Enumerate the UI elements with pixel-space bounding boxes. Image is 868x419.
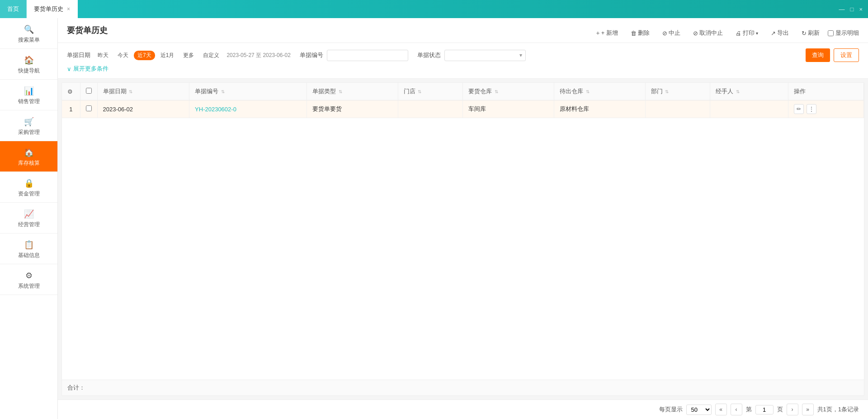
store-cell xyxy=(398,100,463,118)
tab-requisition-history[interactable]: 要货单历史 × xyxy=(27,0,78,18)
content-area: 要货单历史 ＋ + 新增 🗑 删除 ⊘ 中止 ⊘ xyxy=(58,18,868,419)
sidebar-item-label: 搜索菜单 xyxy=(18,36,40,44)
row-checkbox[interactable] xyxy=(86,105,92,111)
date-column-header[interactable]: 单据日期 ⇅ xyxy=(97,83,189,100)
sidebar-item-search[interactable]: 🔍 搜索菜单 xyxy=(0,18,57,49)
department-column-header[interactable]: 部门 ⇅ xyxy=(645,83,710,100)
first-page-button[interactable]: « xyxy=(715,404,727,415)
date-shortcut-more[interactable]: 更多 xyxy=(179,51,198,60)
window-maximize-icon[interactable]: □ xyxy=(850,6,854,13)
filter-row: 单据日期 昨天 今天 近7天 近1月 更多 自定义 2023-05-27 至 2… xyxy=(67,48,859,62)
sidebar-item-system[interactable]: ⚙ 系统管理 xyxy=(0,264,57,295)
delete-action-button[interactable]: ⋮ xyxy=(807,104,816,114)
tab-home[interactable]: 首页 xyxy=(0,0,27,18)
handler-column-header[interactable]: 经手人 ⇅ xyxy=(710,83,788,100)
doc-num-input[interactable] xyxy=(327,50,408,61)
req-warehouse-column-header[interactable]: 要货仓库 ⇅ xyxy=(463,83,554,100)
status-select[interactable] xyxy=(444,50,526,61)
print-button[interactable]: 🖨 打印 ▾ xyxy=(731,27,763,39)
print-dropdown-icon: ▾ xyxy=(756,31,758,36)
sort-icon: ⇅ xyxy=(339,89,342,94)
sort-icon: ⇅ xyxy=(586,89,590,94)
prev-page-button[interactable]: ‹ xyxy=(731,404,742,415)
pending-warehouse-column-header[interactable]: 待出仓库 ⇅ xyxy=(554,83,645,100)
sidebar-item-purchase[interactable]: 🛒 采购管理 xyxy=(0,110,57,141)
status-select-wrapper xyxy=(444,50,526,61)
sort-icon: ⇅ xyxy=(221,89,225,94)
sidebar-item-shortcut[interactable]: 🏠 快捷导航 xyxy=(0,49,57,80)
date-shortcut-today[interactable]: 今天 xyxy=(114,51,132,60)
expand-label: 展开更多条件 xyxy=(73,65,108,73)
doc-num-label: 单据编号 xyxy=(300,51,323,59)
req-warehouse-cell: 车间库 xyxy=(463,100,554,118)
sidebar-item-inventory[interactable]: 🏠 库存核算 xyxy=(0,141,57,172)
department-cell xyxy=(645,100,710,118)
table-header-row: ⚙ 单据日期 ⇅ 单据编号 ⇅ 单据类型 xyxy=(62,83,864,100)
date-shortcut-1month[interactable]: 近1月 xyxy=(157,51,178,60)
page-header: 要货单历史 ＋ + 新增 🗑 删除 ⊘ 中止 ⊘ xyxy=(58,18,868,43)
footer-total-label: 合计： xyxy=(67,384,85,391)
new-button[interactable]: ＋ + 新增 xyxy=(590,27,623,39)
table-row: 1 2023-06-02 YH-20230602-0 要货单要货 车间库 原材料… xyxy=(62,100,864,118)
cart-icon: 🛒 xyxy=(24,117,34,127)
sort-icon: ⇅ xyxy=(736,89,740,94)
date-filter-label: 单据日期 xyxy=(67,51,90,59)
page-number-input[interactable] xyxy=(755,405,774,414)
stop-icon: ⊘ xyxy=(662,30,667,37)
doc-num-column-header[interactable]: 单据编号 ⇅ xyxy=(189,83,307,100)
show-detail-checkbox[interactable] xyxy=(828,30,834,36)
data-table: ⚙ 单据日期 ⇅ 单据编号 ⇅ 单据类型 xyxy=(62,83,864,118)
date-shortcut-yesterday[interactable]: 昨天 xyxy=(94,51,112,60)
sidebar-item-sales[interactable]: 📊 销售管理 xyxy=(0,80,57,110)
sidebar-item-label: 经营管理 xyxy=(18,221,40,229)
tab-bar: 首页 要货单历史 × xyxy=(0,0,834,18)
delete-icon: 🗑 xyxy=(631,30,637,37)
sidebar-item-label: 销售管理 xyxy=(18,98,40,105)
query-button[interactable]: 查询 xyxy=(806,48,830,62)
sidebar-item-label: 快捷导航 xyxy=(18,67,40,75)
cancel-stop-button[interactable]: ⊘ 取消中止 xyxy=(689,27,727,39)
date-cell: 2023-06-02 xyxy=(97,100,189,118)
doc-type-column-header[interactable]: 单据类型 ⇅ xyxy=(307,83,398,100)
delete-button[interactable]: 🗑 删除 xyxy=(626,27,654,39)
sidebar-item-label: 系统管理 xyxy=(18,282,40,290)
export-button[interactable]: ↗ 导出 xyxy=(766,27,793,39)
sidebar-item-label: 资金管理 xyxy=(18,190,40,198)
refresh-icon: ↻ xyxy=(802,30,807,37)
last-page-button[interactable]: » xyxy=(802,404,814,415)
edit-action-button[interactable]: ✏ xyxy=(794,104,804,114)
sidebar-item-operations[interactable]: 📈 经营管理 xyxy=(0,203,57,233)
status-label: 单据状态 xyxy=(417,51,441,59)
tab-close-icon[interactable]: × xyxy=(67,6,70,12)
window-close-icon[interactable]: × xyxy=(859,6,863,13)
expand-more[interactable]: ∨ 展开更多条件 xyxy=(67,65,859,73)
doc-type-cell: 要货单要货 xyxy=(307,100,398,118)
export-icon: ↗ xyxy=(771,30,776,37)
row-checkbox-cell xyxy=(80,100,97,118)
toolbar: ＋ + 新增 🗑 删除 ⊘ 中止 ⊘ 取消中止 xyxy=(590,24,859,43)
stop-button[interactable]: ⊘ 中止 xyxy=(658,27,685,39)
sidebar-item-basic[interactable]: 📋 基础信息 xyxy=(0,233,57,264)
filter-actions: 查询 设置 xyxy=(806,48,859,62)
select-all-checkbox[interactable] xyxy=(86,88,92,94)
sidebar-item-finance[interactable]: 🔒 资金管理 xyxy=(0,172,57,203)
date-shortcut-7days[interactable]: 近7天 xyxy=(134,51,155,60)
show-detail-checkbox-label[interactable]: 显示明细 xyxy=(828,29,859,37)
sidebar-item-label: 库存核算 xyxy=(18,159,40,167)
refresh-button[interactable]: ↻ 刷新 xyxy=(797,27,824,39)
sidebar-item-label: 采购管理 xyxy=(18,129,40,136)
expand-icon: ∨ xyxy=(67,66,71,72)
window-minimize-icon[interactable]: — xyxy=(839,6,845,13)
page-suffix: 页 xyxy=(777,405,783,414)
chart-icon: 📊 xyxy=(24,86,34,96)
page-title: 要货单历史 xyxy=(67,25,108,36)
per-page-label: 每页显示 xyxy=(659,405,683,414)
doc-num-link[interactable]: YH-20230602-0 xyxy=(195,106,236,113)
date-shortcut-custom[interactable]: 自定义 xyxy=(199,51,223,60)
settings-button[interactable]: 设置 xyxy=(834,48,859,62)
per-page-select[interactable]: 20 50 100 200 xyxy=(686,405,712,415)
settings-column-header[interactable]: ⚙ xyxy=(62,83,80,100)
inventory-icon: 🏠 xyxy=(24,148,34,157)
next-page-button[interactable]: › xyxy=(787,404,798,415)
store-column-header[interactable]: 门店 ⇅ xyxy=(398,83,463,100)
